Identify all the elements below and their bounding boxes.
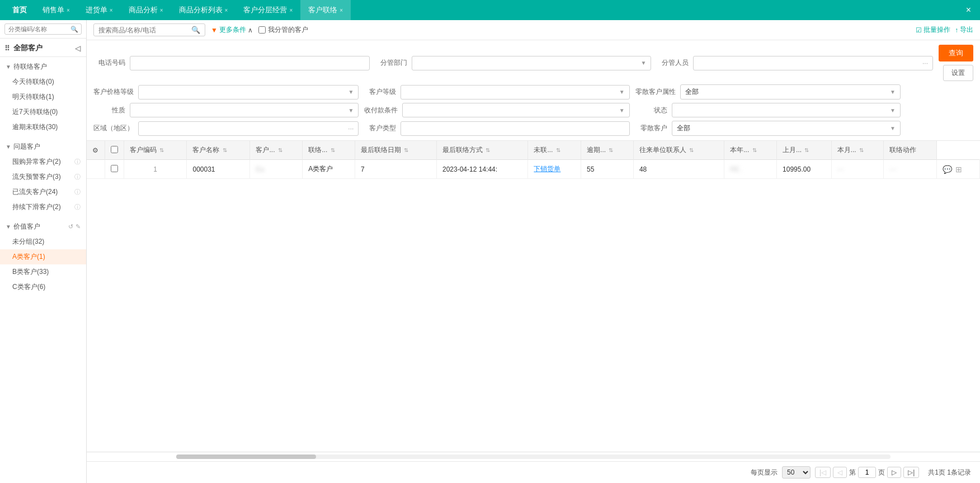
sidebar-item-today[interactable]: 今天待联络(0) [0, 74, 86, 89]
sidebar-search-icon[interactable]: 🔍 [70, 26, 78, 33]
select-all-checkbox[interactable] [111, 146, 118, 153]
value-customer-title[interactable]: ▼ 价值客户 ↺ ✎ [0, 219, 86, 234]
retail-customer-select[interactable]: 全部 ▼ [672, 121, 901, 136]
retail-attr-select[interactable]: 全部 ▼ [680, 84, 901, 100]
filter-row-1: 电话号码 分管部门 ▼ 分管人员 ··· [93, 45, 973, 81]
row-checkbox[interactable] [111, 165, 118, 172]
chat-icon[interactable]: 💬 [943, 165, 952, 174]
col-type[interactable]: 客户... ⇅ [250, 141, 303, 160]
scrollbar-area [87, 452, 980, 461]
row-last-method[interactable]: 下销货单 [534, 165, 560, 173]
col-last-method-label: 最后联络方式 [442, 146, 483, 154]
nav-product-analysis-close[interactable]: × [160, 7, 163, 13]
nature-select[interactable]: ▼ [130, 103, 359, 117]
col-last-method-sort: ⇅ [486, 147, 490, 153]
price-level-select[interactable]: ▼ [138, 85, 359, 100]
more-filters-button[interactable]: ▼ 更多条件 ∧ [211, 25, 253, 35]
row-contact-count-cell: 7 [355, 160, 437, 179]
region-dots[interactable]: ··· [348, 125, 354, 132]
payment-select[interactable]: ▼ [402, 103, 629, 117]
nav-customer-contact[interactable]: 客户联络 × [300, 0, 351, 20]
filter-search-icon[interactable]: 🔍 [191, 26, 200, 34]
col-last-month[interactable]: 上月... ⇅ [777, 141, 832, 160]
pending-contact-title[interactable]: ▼ 待联络客户 [0, 59, 86, 74]
sidebar-item-declining[interactable]: 持续下滑客户(2) ⓘ [0, 200, 86, 215]
col-overdue[interactable]: 逾期... ⇅ [581, 141, 634, 160]
sidebar-item-tomorrow[interactable]: 明天待联络(1) [0, 89, 86, 105]
row-un-contact-cell: 55 [581, 160, 634, 179]
dept-select[interactable]: ▼ [412, 56, 652, 70]
my-customers-checkbox[interactable] [258, 26, 266, 34]
scrollbar-thumb[interactable] [176, 454, 316, 459]
page-input[interactable] [858, 467, 876, 478]
region-input[interactable]: ··· [138, 121, 359, 136]
col-this-year[interactable]: 本年... ⇅ [724, 141, 777, 160]
refresh-icon[interactable]: ↺ [68, 223, 73, 230]
nav-product-analysis-label: 商品分析 [129, 5, 158, 15]
last-page-button[interactable]: ▷| [903, 467, 919, 478]
content-area: 🔍 ▼ 更多条件 ∧ 我分管的客户 ☑ 批量操作 ↑ 导出 [87, 20, 980, 483]
status-select[interactable]: ▼ [672, 103, 901, 117]
nav-home[interactable]: 首页 [4, 0, 35, 20]
col-last-method[interactable]: 最后联络方式 ⇅ [436, 141, 527, 160]
sidebar-item-7days[interactable]: 近7天待联络(0) [0, 105, 86, 120]
nav-product-analysis[interactable]: 商品分析 × [121, 0, 171, 20]
filter-row-2: 客户价格等级 ▼ 客户等级 ▼ 零散客户属性 全部 [93, 84, 973, 100]
col-this-month[interactable]: 本月... ⇅ [831, 141, 884, 160]
prev-page-button[interactable]: ◁ [833, 467, 847, 478]
declining-label: 持续下滑客户(2) [12, 202, 61, 212]
collapse-icon[interactable]: ◁ [75, 44, 81, 53]
nav-sales-label: 销售单 [43, 5, 64, 15]
row-num-cell: 1 [124, 160, 187, 179]
scrollbar-track[interactable] [176, 454, 891, 459]
sidebar-item-a-class[interactable]: A类客户(1) [0, 249, 86, 264]
close-all-button[interactable]: × [962, 5, 976, 15]
settings-button[interactable]: 设置 [943, 65, 973, 81]
phone-input[interactable] [130, 56, 370, 70]
nav-product-list-close[interactable]: × [225, 7, 228, 13]
col-contact[interactable]: 联络... ⇅ [303, 141, 355, 160]
page-size-select[interactable]: 50 100 200 [782, 466, 811, 479]
sidebar-item-b-class[interactable]: B类客户(33) [0, 264, 86, 280]
nature-label: 性质 [93, 106, 130, 115]
sidebar-item-churn-warning[interactable]: 流失预警客户(3) ⓘ [0, 169, 86, 184]
next-page-button[interactable]: ▷ [887, 467, 901, 478]
qr-icon[interactable]: ⊞ [955, 165, 962, 174]
nav-customer-tier-close[interactable]: × [289, 7, 293, 13]
nav-purchase-close[interactable]: × [110, 7, 113, 13]
nav-purchase[interactable]: 进货单 × [78, 0, 121, 20]
query-button[interactable]: 查询 [939, 45, 973, 61]
customer-level-select[interactable]: ▼ [401, 85, 629, 100]
sidebar-item-overdue[interactable]: 逾期未联络(30) [0, 120, 86, 135]
col-name[interactable]: 客户名称 ⇅ [187, 141, 250, 160]
edit-icon[interactable]: ✎ [76, 223, 81, 230]
first-page-button[interactable]: |◁ [815, 467, 831, 478]
nav-customer-tier[interactable]: 客户分层经营 × [235, 0, 300, 20]
settings-gear-icon[interactable]: ⚙ [92, 146, 98, 154]
b-class-label: B类客户(33) [12, 267, 49, 277]
filter-retail-customer: 零散客户 全部 ▼ [635, 121, 901, 136]
col-last-date-sort: ⇅ [404, 147, 408, 153]
problem-customer-title[interactable]: ▼ 问题客户 [0, 139, 86, 154]
nav-product-list[interactable]: 商品分析列表 × [171, 0, 236, 20]
col-code[interactable]: 客户编码 ⇅ [124, 141, 187, 160]
col-unit-contact[interactable]: 往来单位联系人 ⇅ [633, 141, 724, 160]
manager-input[interactable]: ··· [693, 56, 933, 70]
churn-warning-label: 流失预警客户(3) [12, 172, 61, 182]
col-un-contact[interactable]: 未联... ⇅ [528, 141, 581, 160]
sidebar-item-churned[interactable]: 已流失客户(24) ⓘ [0, 184, 86, 200]
filter-search-input[interactable] [98, 26, 191, 34]
col-settings[interactable]: ⚙ [87, 141, 105, 160]
sidebar-item-c-class[interactable]: C类客户(6) [0, 280, 86, 295]
manager-dots[interactable]: ··· [922, 59, 928, 67]
batch-op-button[interactable]: ☑ 批量操作 [916, 25, 950, 35]
nav-sales[interactable]: 销售单 × [35, 0, 78, 20]
batch-op-label: 批量操作 [924, 25, 950, 35]
sidebar-item-unclassified[interactable]: 未分组(32) [0, 234, 86, 249]
col-last-date[interactable]: 最后联络日期 ⇅ [355, 141, 437, 160]
export-button[interactable]: ↑ 导出 [955, 25, 973, 35]
sidebar-item-hoarding[interactable]: 囤购异常客户(2) ⓘ [0, 154, 86, 169]
customer-type-input[interactable] [401, 121, 629, 136]
nav-customer-contact-close[interactable]: × [340, 7, 343, 13]
nav-sales-close[interactable]: × [67, 7, 70, 13]
